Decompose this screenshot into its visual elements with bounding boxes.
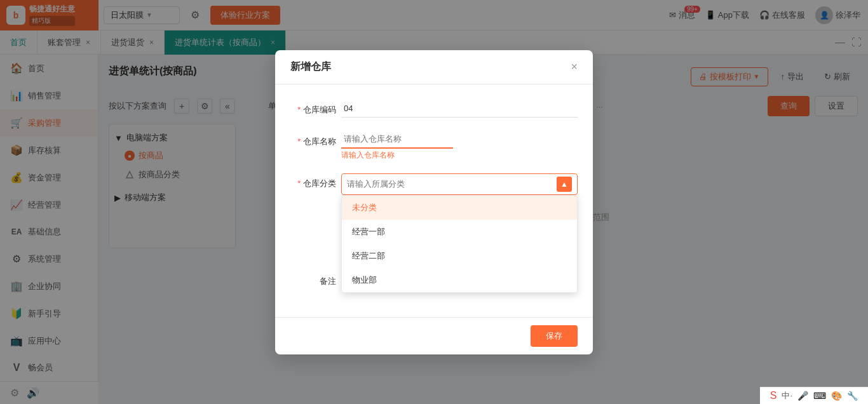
- note-label: 备注: [290, 271, 341, 287]
- warehouse-name-label: 仓库名称: [290, 131, 341, 147]
- save-button[interactable]: 保存: [531, 325, 578, 347]
- keyboard-icon[interactable]: ⌨: [813, 391, 826, 401]
- sogou-icon: S: [770, 390, 777, 401]
- category-option-0[interactable]: 未分类: [342, 196, 577, 220]
- category-input-wrapper: ▲: [341, 173, 578, 195]
- add-warehouse-modal: 新增仓库 × 仓库编码 仓库名称 请输入仓库名称: [275, 50, 593, 354]
- category-row: 仓库分类 ▲ 未分类 经营一部 经营二部 物业部: [290, 173, 578, 195]
- tool-icon[interactable]: 🔧: [847, 391, 858, 401]
- category-option-3[interactable]: 物业部: [342, 268, 577, 292]
- warehouse-name-input-wrapper: [341, 130, 578, 149]
- modal-close-button[interactable]: ×: [571, 60, 578, 74]
- warehouse-code-label: 仓库编码: [290, 100, 341, 116]
- category-dropdown-list: 未分类 经营一部 经营二部 物业部: [341, 195, 578, 293]
- modal-overlay: 新增仓库 × 仓库编码 仓库名称 请输入仓库名称: [0, 0, 868, 404]
- category-label: 仓库分类: [290, 173, 341, 189]
- warehouse-code-row: 仓库编码: [290, 100, 578, 118]
- category-input[interactable]: [347, 179, 557, 189]
- warehouse-name-error-msg: 请输入仓库名称: [341, 151, 395, 159]
- category-option-1[interactable]: 经营一部: [342, 220, 577, 244]
- modal-body: 仓库编码 仓库名称 请输入仓库名称 仓库分类: [275, 84, 593, 317]
- chinese-input-label: 中·: [782, 390, 792, 401]
- modal-header: 新增仓库 ×: [275, 50, 593, 84]
- warehouse-name-error-area: 请输入仓库名称: [290, 150, 395, 161]
- category-toggle-button[interactable]: ▲: [557, 177, 572, 192]
- mic-icon[interactable]: 🎤: [797, 391, 808, 401]
- modal-footer: 保存: [275, 317, 593, 354]
- warehouse-name-input[interactable]: [341, 130, 453, 149]
- warehouse-code-input[interactable]: [341, 100, 578, 118]
- warehouse-name-row: 仓库名称 请输入仓库名称: [290, 130, 578, 161]
- status-bar: S 中· 🎤 ⌨ 🎨 🔧: [760, 387, 868, 404]
- skin-icon[interactable]: 🎨: [831, 391, 842, 401]
- category-option-2[interactable]: 经营二部: [342, 244, 577, 268]
- modal-title: 新增仓库: [290, 60, 331, 74]
